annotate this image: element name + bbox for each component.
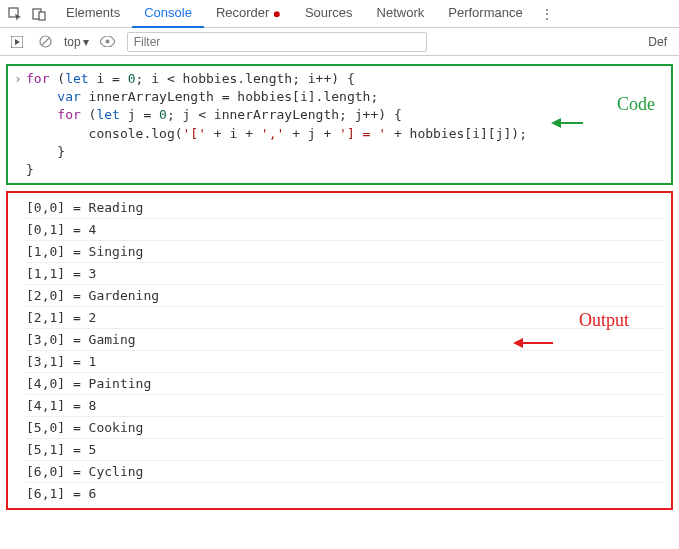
tab-console[interactable]: Console [132, 0, 204, 28]
console-output-row: [4,1] = 8 [26, 395, 665, 417]
annotation-code-label: Code [617, 94, 655, 115]
annotation-code-arrow [551, 116, 583, 130]
tab-performance[interactable]: Performance [436, 0, 534, 28]
tab-elements[interactable]: Elements [54, 0, 132, 28]
console-output-row: [6,0] = Cycling [26, 461, 665, 483]
annotation-output-label: Output [579, 310, 629, 331]
default-levels[interactable]: Def [648, 35, 671, 49]
svg-line-5 [42, 38, 49, 45]
clear-icon[interactable] [36, 33, 54, 51]
console-output-row: [1,1] = 3 [26, 263, 665, 285]
eye-icon[interactable] [99, 33, 117, 51]
console-output-row: [0,1] = 4 [26, 219, 665, 241]
console-output-row: [0,0] = Reading [26, 197, 665, 219]
console-toolbar: top ▾ Def [0, 28, 679, 56]
console-output-row: [2,1] = 2 [26, 307, 665, 329]
console-output-row: [2,0] = Gardening [26, 285, 665, 307]
console-output-row: [5,1] = 5 [26, 439, 665, 461]
svg-point-6 [106, 40, 110, 44]
console-output-block: [0,0] = Reading[0,1] = 4[1,0] = Singing[… [6, 191, 673, 510]
chevron-down-icon: ▾ [83, 35, 89, 49]
device-toggle-icon[interactable] [30, 5, 48, 23]
filter-input[interactable] [127, 32, 427, 52]
console-output-row: [3,0] = Gaming [26, 329, 665, 351]
devtools-tabs: ElementsConsoleRecorder ⏺SourcesNetworkP… [0, 0, 679, 28]
context-selector[interactable]: top ▾ [64, 35, 89, 49]
svg-rect-2 [39, 12, 45, 20]
console-output-row: [3,1] = 1 [26, 351, 665, 373]
tab-network[interactable]: Network [365, 0, 437, 28]
play-icon[interactable] [8, 33, 26, 51]
console-output-row: [5,0] = Cooking [26, 417, 665, 439]
tab-sources[interactable]: Sources [293, 0, 365, 28]
tab-recorder[interactable]: Recorder ⏺ [204, 0, 293, 28]
console-output-row: [1,0] = Singing [26, 241, 665, 263]
context-label: top [64, 35, 81, 49]
prompt-icon: › [14, 70, 22, 88]
inspect-icon[interactable] [6, 5, 24, 23]
annotation-output-arrow [513, 336, 553, 350]
console-output-row: [6,1] = 6 [26, 483, 665, 504]
console-output-row: [4,0] = Painting [26, 373, 665, 395]
